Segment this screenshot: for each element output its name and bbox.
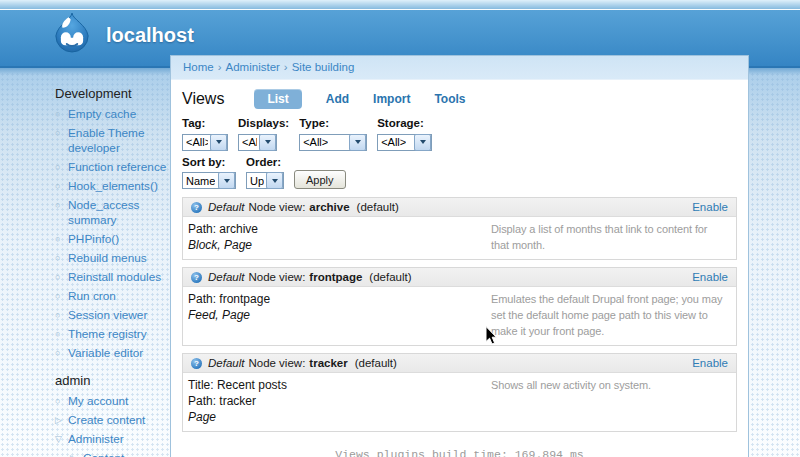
filter-select[interactable]: <All> [299, 134, 367, 151]
breadcrumb: Home›Administer›Site building [171, 56, 748, 80]
filter-select[interactable]: <All> [377, 134, 432, 151]
title-row: Views ListAddImportTools [182, 90, 737, 108]
sidebar-item[interactable]: ▷Create content [55, 413, 173, 428]
filter-tag: Tag:<All> [182, 116, 228, 151]
sidebar-item-label[interactable]: Enable Theme developer [68, 126, 145, 155]
drupal-logo-icon[interactable] [53, 12, 91, 58]
chevron-down-icon[interactable] [266, 172, 283, 189]
site-name[interactable]: localhost [106, 24, 194, 47]
sidebar-item[interactable]: ○Run cron [55, 289, 173, 304]
filter-select[interactable]: <All> [182, 134, 228, 151]
sidebar-item[interactable]: ▽Administer [55, 432, 173, 447]
sidebar-item-label[interactable]: Function reference [68, 160, 166, 174]
sidebar-menu: ○Empty cache○Enable Theme developer○Func… [55, 107, 173, 361]
view-default-badge: Default [208, 271, 244, 283]
filter-row-2: Sort by:NameOrder:UpApply [182, 155, 737, 190]
tab-label[interactable]: List [254, 89, 301, 109]
sidebar-item-label[interactable]: Empty cache [68, 107, 136, 121]
filter-type: Type:<All> [299, 116, 367, 151]
circle-bullet-icon: ○ [55, 160, 60, 175]
apply-button[interactable]: Apply [294, 170, 346, 189]
help-icon[interactable]: ? [191, 358, 202, 369]
enable-link[interactable]: Enable [692, 271, 728, 283]
sidebar-item[interactable]: ○Empty cache [55, 107, 173, 122]
chevron-down-icon[interactable] [414, 134, 431, 151]
collapsed-bullet-icon: ▷ [55, 413, 62, 428]
chevron-down-icon[interactable] [218, 172, 235, 189]
filter-select[interactable]: Name [182, 172, 236, 189]
sidebar-item-label[interactable]: Rebuild menus [68, 251, 147, 265]
sidebar-item[interactable]: ○Theme registry [55, 327, 173, 342]
sidebar-item[interactable]: ▷Content management [70, 451, 173, 457]
sidebar-item[interactable]: ○Variable editor [55, 346, 173, 361]
circle-bullet-icon: ○ [55, 327, 60, 342]
tab-tools[interactable]: Tools [434, 92, 465, 106]
chevron-down-icon[interactable] [210, 134, 227, 151]
site-branding[interactable]: localhost [53, 12, 194, 58]
selected-option: <All> [186, 136, 208, 148]
filter-sortby: Sort by:Name [182, 155, 236, 190]
tab-label[interactable]: Add [326, 92, 349, 106]
tab-label[interactable]: Import [373, 92, 410, 106]
view-displays: Block, Page [188, 237, 491, 253]
sidebar-item-label[interactable]: PHPinfo() [68, 232, 119, 246]
filter-select[interactable]: <All> [238, 134, 277, 151]
sidebar-item[interactable]: ○Enable Theme developer [55, 126, 173, 156]
view-details: Path: frontpageFeed, Page [188, 291, 491, 339]
sidebar-item[interactable]: ○Session viewer [55, 308, 173, 323]
sidebar-item-label[interactable]: Content management [83, 451, 152, 457]
view-row-header: ?DefaultNode view:frontpage(default)Enab… [183, 268, 736, 287]
sidebar-item-label[interactable]: Run cron [68, 289, 116, 303]
sidebar-item-label[interactable]: Hook_elements() [68, 179, 158, 193]
view-details: Title: Recent postsPath: trackerPage [188, 377, 491, 425]
filter-label: Displays: [238, 116, 289, 130]
view-type-label: Node view: [248, 357, 305, 369]
sidebar-menu: ○My account▷Create content▽Administer▷Co… [55, 394, 173, 457]
filter-label: Sort by: [182, 155, 236, 169]
breadcrumb-link[interactable]: Site building [292, 61, 355, 73]
filters: Tag:<All>Displays:<All>Type:<All>Storage… [182, 116, 737, 189]
view-name: tracker [309, 357, 347, 369]
sidebar-item-label[interactable]: Theme registry [68, 327, 147, 341]
sidebar-item[interactable]: ○Node_access summary [55, 198, 173, 228]
sidebar-item[interactable]: ○PHPinfo() [55, 232, 173, 247]
tab-add[interactable]: Add [326, 92, 349, 106]
sidebar-item-label[interactable]: Reinstall modules [68, 270, 161, 284]
sidebar-item[interactable]: ○Rebuild menus [55, 251, 173, 266]
views-list: ?DefaultNode view:archive(default)Enable… [182, 197, 737, 432]
chevron-down-icon[interactable] [349, 134, 366, 151]
mouse-cursor [485, 326, 497, 349]
sidebar-item-label[interactable]: Variable editor [68, 346, 143, 360]
sidebar-item[interactable]: ○Reinstall modules [55, 270, 173, 285]
sidebar-item-label[interactable]: Node_access summary [68, 198, 139, 227]
breadcrumb-separator: › [284, 61, 288, 73]
filter-select[interactable]: Up [246, 172, 284, 189]
help-icon[interactable]: ? [191, 272, 202, 283]
chevron-down-icon[interactable] [259, 134, 276, 151]
breadcrumb-link[interactable]: Administer [226, 61, 280, 73]
view-suffix: (default) [357, 201, 399, 213]
filter-order: Order:Up [246, 155, 284, 190]
sidebar-section-title: admin [55, 373, 173, 388]
help-icon[interactable]: ? [191, 202, 202, 213]
tab-list[interactable]: List [254, 92, 301, 106]
filter-row-1: Tag:<All>Displays:<All>Type:<All>Storage… [182, 116, 737, 151]
sidebar-item-label[interactable]: Create content [68, 413, 145, 427]
sidebar-item-label[interactable]: Administer [68, 432, 124, 446]
filter-label: Order: [246, 155, 284, 169]
enable-link[interactable]: Enable [692, 357, 728, 369]
view-row-header: ?DefaultNode view:tracker(default)Enable [183, 354, 736, 373]
tab-import[interactable]: Import [373, 92, 410, 106]
circle-bullet-icon: ○ [55, 346, 60, 361]
sidebar-item[interactable]: ○My account [55, 394, 173, 409]
breadcrumb-link[interactable]: Home [183, 61, 214, 73]
view-row: ?DefaultNode view:frontpage(default)Enab… [182, 267, 737, 346]
sidebar-item[interactable]: ○Function reference [55, 160, 173, 175]
sidebar-item-label[interactable]: Session viewer [68, 308, 147, 322]
enable-link[interactable]: Enable [692, 201, 728, 213]
page-title: Views [182, 90, 224, 108]
tab-label[interactable]: Tools [434, 92, 465, 106]
sidebar-item[interactable]: ○Hook_elements() [55, 179, 173, 194]
chevron-triangle [272, 179, 278, 183]
sidebar-item-label[interactable]: My account [68, 394, 128, 408]
